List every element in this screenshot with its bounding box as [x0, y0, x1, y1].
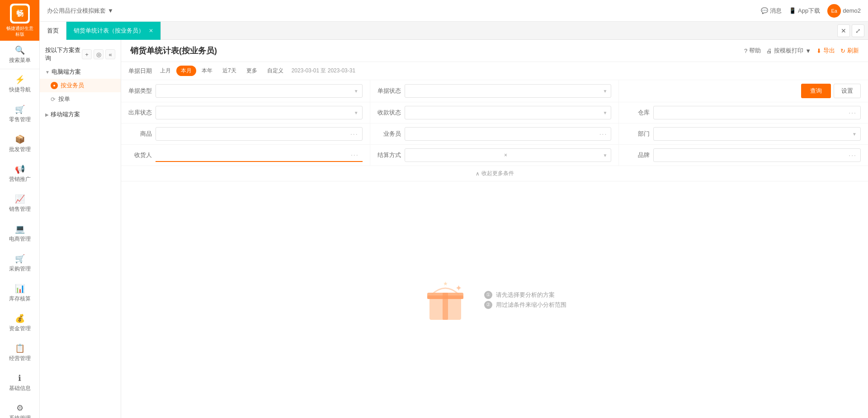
export-btn[interactable]: ⬇ 导出 [816, 47, 835, 55]
sidebar-item-search-menu[interactable]: 🔍 搜索菜单 [0, 41, 39, 69]
warehouse-input[interactable]: ··· [653, 106, 861, 119]
wholesale-icon: 📦 [15, 134, 25, 144]
scheme-item-salesperson[interactable]: ● 按业务员 [40, 79, 121, 92]
warehouse-label: 仓库 [626, 109, 650, 117]
empty-tips: ① 请先选择要分析的方案 ② 用过滤条件来缩小分析范围 [484, 291, 566, 309]
doc-status-label: 单据状态 [377, 87, 401, 95]
sidebar-item-operations[interactable]: 📋 经营管理 [0, 338, 39, 368]
collapse-more-btn[interactable]: ∧ 收起更多条件 [476, 170, 514, 177]
out-status-caret: ▼ [354, 110, 359, 115]
content-wrapper: 单据日期 上月 本月 本年 近7天 更多 自定义 2023-03-01 至 20… [121, 62, 868, 418]
header-right: 💬 消息 📱 App下载 Ea demo2 [761, 4, 861, 18]
order-scheme-icon: ⟳ [51, 96, 56, 103]
refresh-scheme-btn[interactable]: ◎ [94, 49, 104, 59]
header-left: 办公用品行业模拟账套 ▼ [47, 7, 113, 15]
help-btn[interactable]: ? 帮助 [744, 47, 761, 55]
tab-sales-stat-label: 销货单统计表（按业务员） [74, 27, 144, 35]
tab-expand-btn[interactable]: ⤢ [852, 24, 864, 37]
sidebar-item-marketing[interactable]: 📢 营销推广 [0, 159, 39, 189]
department-label: 部门 [626, 130, 650, 138]
date-label: 单据日期 [128, 67, 152, 75]
mobile-scheme-header[interactable]: ▶ 移动端方案 [40, 108, 121, 121]
message-btn[interactable]: 💬 消息 [761, 7, 782, 15]
sidebar-logo[interactable]: 畅 畅捷通好生意 标版 [0, 0, 39, 41]
brand-dots: ··· [849, 152, 857, 159]
finance-icon: 💰 [15, 314, 25, 323]
tab-close-icon[interactable]: ✕ [149, 28, 153, 34]
filter-row-4: 收货人 ··· 结算方式 × [121, 145, 868, 166]
mobile-scheme-label: 移动端方案 [51, 110, 80, 119]
date-filter-row: 单据日期 上月 本月 本年 近7天 更多 自定义 2023-03-01 至 20… [121, 62, 868, 80]
tab-close-window-btn[interactable]: ✕ [837, 24, 850, 37]
brand-label: 品牌 [626, 151, 650, 159]
template-print-btn[interactable]: 🖨 按模板打印 ▼ [766, 47, 811, 55]
page-title: 销货单统计表(按业务员) [130, 45, 217, 56]
settlement-label: 结算方式 [377, 151, 401, 159]
date-btn-7days[interactable]: 近7天 [218, 66, 241, 76]
section-arrow-down: ▼ [45, 70, 50, 75]
empty-state: ✦ ★ ① 请先选择要分析的方案 ② [123, 183, 866, 416]
tip2-num: ② [484, 301, 492, 309]
salesperson-input[interactable]: ··· [405, 127, 612, 141]
sidebar-item-basic-info[interactable]: ℹ 基础信息 [0, 368, 39, 398]
tab-sales-stat[interactable]: 销货单统计表（按业务员） ✕ [66, 22, 161, 40]
app-download-btn[interactable]: 📱 App下载 [789, 7, 820, 15]
filter-cell-pay-status: 收款状态 ▼ [370, 102, 619, 123]
tab-home[interactable]: 首页 [40, 22, 66, 40]
sidebar-item-retail[interactable]: 🛒 零售管理 [0, 99, 39, 129]
left-panel-title: 按以下方案查询 [45, 46, 82, 62]
query-button[interactable]: 查询 [801, 84, 831, 98]
add-scheme-btn[interactable]: + [82, 49, 92, 59]
date-btn-last-month[interactable]: 上月 [156, 66, 175, 76]
search-menu-icon: 🔍 [15, 45, 25, 55]
filter-row-2: 出库状态 ▼ 收款状态 ▼ [121, 102, 868, 124]
salesperson-label: 业务员 [377, 130, 401, 138]
date-range-display: 2023-03-01 至 2023-03-31 [292, 67, 355, 75]
date-btn-more[interactable]: 更多 [242, 66, 262, 76]
date-btn-this-year[interactable]: 本年 [197, 66, 217, 76]
filter-cell-doc-type: 单据类型 ▼ [121, 80, 370, 102]
settlement-select[interactable]: × ▼ [405, 148, 612, 162]
sidebar-item-system[interactable]: ⚙ 系统管理 [0, 398, 39, 418]
product-input[interactable]: ··· [156, 127, 363, 141]
filter-cell-brand: 品牌 ··· [619, 145, 868, 166]
breadcrumb-dropdown[interactable]: 办公用品行业模拟账套 ▼ [47, 7, 113, 15]
filter-cell-settlement: 结算方式 × ▼ [370, 145, 619, 166]
sidebar-item-purchase[interactable]: 🛒 采购管理 [0, 248, 39, 278]
tab-home-label: 首页 [47, 27, 59, 35]
consignee-input[interactable]: ··· [156, 148, 363, 162]
brand-input[interactable]: ··· [653, 148, 861, 162]
settings-button[interactable]: 设置 [834, 84, 861, 98]
doc-status-select[interactable]: ▼ [405, 84, 612, 98]
user-menu[interactable]: Ea demo2 [827, 4, 861, 18]
sidebar-item-quick-nav[interactable]: ⚡ 快捷导航 [0, 69, 39, 99]
breadcrumb-arrow: ▼ [108, 7, 113, 14]
sidebar-item-ecommerce[interactable]: 💻 电商管理 [0, 218, 39, 248]
left-panel-icons: + ◎ « [82, 49, 115, 59]
sidebar-item-inventory[interactable]: 📊 库存核算 [0, 278, 39, 308]
refresh-btn[interactable]: ↻ 刷新 [840, 47, 859, 55]
date-btn-custom[interactable]: 自定义 [263, 66, 288, 76]
settlement-clear-btn[interactable]: × [504, 152, 507, 158]
collapse-panel-btn[interactable]: « [105, 49, 115, 59]
sales-icon: 📈 [15, 194, 25, 204]
print-icon: 🖨 [766, 48, 772, 54]
department-select[interactable]: ▼ [653, 127, 861, 141]
salesperson-dots: ··· [599, 130, 608, 138]
pay-status-select[interactable]: ▼ [405, 106, 612, 119]
filter-cell-query-settings: 查询 设置 [619, 80, 868, 102]
out-status-select[interactable]: ▼ [156, 106, 363, 119]
tip1-text: 请先选择要分析的方案 [496, 291, 555, 299]
app-download-icon: 📱 [789, 7, 796, 14]
left-panel-header: 按以下方案查询 + ◎ « [40, 43, 121, 65]
sidebar-item-sales[interactable]: 📈 销售管理 [0, 189, 39, 218]
tip1-num: ① [484, 291, 492, 299]
sidebar-item-wholesale[interactable]: 📦 批发管理 [0, 129, 39, 159]
desktop-scheme-header[interactable]: ▼ 电脑端方案 [40, 65, 121, 79]
doc-type-select[interactable]: ▼ [156, 84, 363, 98]
scheme-order-label: 按单 [58, 95, 70, 103]
date-btn-this-month[interactable]: 本月 [176, 66, 196, 76]
basic-info-icon: ℹ [18, 373, 21, 383]
scheme-item-by-order[interactable]: ⟳ 按单 [40, 92, 121, 106]
sidebar-item-finance[interactable]: 💰 资金管理 [0, 308, 39, 338]
